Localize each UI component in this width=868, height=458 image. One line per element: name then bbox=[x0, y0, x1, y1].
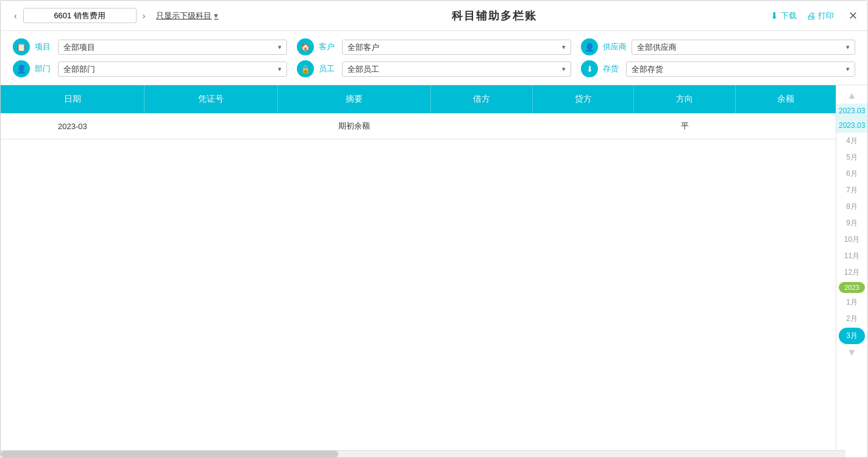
filter-item-employee: 🔒 员工 全部员工 ▾ bbox=[292, 58, 576, 80]
h-scrollbar-thumb[interactable] bbox=[1, 451, 338, 457]
timeline-month-5[interactable]: 5月 bbox=[836, 149, 867, 166]
customer-icon: 🏠 bbox=[297, 38, 314, 55]
timeline-month-8[interactable]: 8月 bbox=[836, 199, 867, 215]
project-select-wrapper[interactable]: 全部项目 ▾ bbox=[58, 40, 287, 55]
page-title: 科目辅助多栏账 bbox=[218, 9, 770, 23]
timeline-month-9[interactable]: 9月 bbox=[836, 215, 867, 231]
employee-select-wrapper[interactable]: 全部员工 ▾ bbox=[342, 62, 571, 77]
timeline-month-4[interactable]: 4月 bbox=[836, 133, 867, 149]
col-credit: 贷方 bbox=[532, 85, 634, 113]
toolbar-actions: ⬇ 下载 🖨 打印 ✕ bbox=[770, 9, 858, 23]
timeline-month-3-active[interactable]: 3月 bbox=[839, 328, 865, 344]
close-btn[interactable]: ✕ bbox=[848, 9, 858, 23]
col-summary: 摘要 bbox=[277, 85, 431, 113]
title-bar: ‹ › 只显示下级科目 ▾ 科目辅助多栏账 ⬇ 下载 🖨 打印 ✕ bbox=[1, 1, 867, 31]
timeline-month-10[interactable]: 10月 bbox=[836, 231, 867, 248]
table-row: 2023-03 期初余额 平 bbox=[1, 113, 836, 139]
col-voucher: 凭证号 bbox=[144, 85, 277, 113]
customer-select-wrapper[interactable]: 全部客户 ▾ bbox=[342, 40, 571, 55]
timeline-month-6[interactable]: 6月 bbox=[836, 166, 867, 182]
timeline-month-7[interactable]: 7月 bbox=[836, 182, 867, 199]
chevron-down-icon: ▾ bbox=[214, 11, 218, 20]
cell-direction: 平 bbox=[634, 113, 736, 139]
col-debit: 借方 bbox=[431, 85, 533, 113]
timeline-up-btn[interactable]: ▲ bbox=[836, 88, 867, 104]
inventory-icon: ⬇ bbox=[581, 60, 598, 77]
cell-credit bbox=[532, 113, 634, 139]
customer-label: 客户 bbox=[319, 41, 337, 52]
project-label: 项目 bbox=[35, 41, 53, 52]
timeline-month-12[interactable]: 12月 bbox=[836, 264, 867, 281]
h-scrollbar[interactable] bbox=[1, 450, 845, 457]
department-select[interactable]: 全部部门 bbox=[63, 65, 282, 74]
cell-balance bbox=[735, 113, 836, 139]
print-icon: 🖨 bbox=[806, 10, 816, 21]
inventory-label: 存货 bbox=[603, 63, 621, 74]
timeline-down-btn[interactable]: ▼ bbox=[836, 345, 867, 361]
employee-select[interactable]: 全部员工 bbox=[347, 65, 566, 74]
download-btn[interactable]: ⬇ 下载 bbox=[770, 10, 797, 21]
col-direction: 方向 bbox=[634, 85, 736, 113]
account-code-input[interactable] bbox=[23, 8, 137, 23]
col-date: 日期 bbox=[1, 85, 144, 113]
table-header-row: 日期 凭证号 摘要 借方 贷方 方向 余额 bbox=[1, 85, 836, 113]
timeline-month-2[interactable]: 2月 bbox=[836, 311, 867, 327]
next-account-btn[interactable]: › bbox=[139, 10, 149, 22]
filter-item-department: 👤 部门 全部部门 ▾ bbox=[8, 58, 292, 80]
prev-account-btn[interactable]: ‹ bbox=[10, 10, 21, 22]
timeline-panel: ▲ 2023.03 2023.03 4月 5月 6月 7月 8月 9月 10月 … bbox=[836, 85, 867, 450]
download-label: 下载 bbox=[781, 10, 797, 21]
show-sub-filter-btn[interactable]: 只显示下级科目 ▾ bbox=[156, 10, 218, 21]
inventory-select[interactable]: 全部存货 bbox=[631, 65, 850, 74]
filter-item-inventory: ⬇ 存货 全部存货 ▾ bbox=[576, 58, 860, 80]
print-btn[interactable]: 🖨 打印 bbox=[806, 10, 834, 21]
timeline-year-2023[interactable]: 2023 bbox=[839, 282, 865, 293]
show-sub-filter-label: 只显示下级科目 bbox=[156, 10, 212, 21]
ledger-table: 日期 凭证号 摘要 借方 贷方 方向 余额 2023-03 期初余额 bbox=[1, 85, 836, 139]
cell-debit bbox=[431, 113, 533, 139]
timeline-range-end[interactable]: 2023.03 bbox=[836, 118, 867, 133]
filter-item-supplier: 👤 供应商 全部供应商 ▾ bbox=[576, 36, 860, 58]
supplier-label: 供应商 bbox=[603, 41, 627, 52]
timeline-month-1[interactable]: 1月 bbox=[836, 294, 867, 311]
supplier-select-wrapper[interactable]: 全部供应商 ▾ bbox=[631, 40, 855, 55]
download-icon: ⬇ bbox=[770, 10, 778, 21]
timeline-range-start[interactable]: 2023.03 bbox=[836, 104, 867, 118]
col-balance: 余额 bbox=[735, 85, 836, 113]
table-area: 日期 凭证号 摘要 借方 贷方 方向 余额 2023-03 期初余额 bbox=[1, 85, 867, 450]
employee-icon: 🔒 bbox=[297, 60, 314, 77]
cell-date: 2023-03 bbox=[1, 113, 144, 139]
table-wrapper[interactable]: 日期 凭证号 摘要 借方 贷方 方向 余额 2023-03 期初余额 bbox=[1, 85, 836, 450]
filter-item-project: 📋 项目 全部项目 ▾ bbox=[8, 36, 292, 58]
customer-select[interactable]: 全部客户 bbox=[347, 43, 566, 52]
department-select-wrapper[interactable]: 全部部门 ▾ bbox=[58, 62, 287, 77]
supplier-icon: 👤 bbox=[581, 38, 598, 55]
main-window: ‹ › 只显示下级科目 ▾ 科目辅助多栏账 ⬇ 下载 🖨 打印 ✕ 📋 项目 bbox=[0, 0, 868, 458]
filter-bar: 📋 项目 全部项目 ▾ 🏠 客户 全部客户 ▾ 👤 供应商 bbox=[1, 31, 867, 85]
department-icon: 👤 bbox=[13, 60, 30, 77]
supplier-select[interactable]: 全部供应商 bbox=[637, 43, 850, 52]
project-icon: 📋 bbox=[13, 38, 30, 55]
print-label: 打印 bbox=[818, 10, 834, 21]
cell-summary: 期初余额 bbox=[277, 113, 431, 139]
department-label: 部门 bbox=[35, 63, 53, 74]
cell-voucher bbox=[144, 113, 277, 139]
inventory-select-wrapper[interactable]: 全部存货 ▾ bbox=[626, 62, 855, 77]
project-select[interactable]: 全部项目 bbox=[63, 43, 282, 52]
filter-item-customer: 🏠 客户 全部客户 ▾ bbox=[292, 36, 576, 58]
employee-label: 员工 bbox=[319, 63, 337, 74]
timeline-month-11[interactable]: 11月 bbox=[836, 248, 867, 264]
